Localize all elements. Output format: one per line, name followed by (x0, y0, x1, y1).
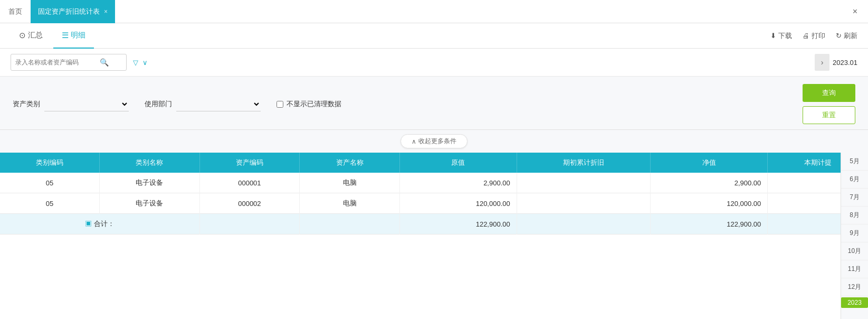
year-badge: 2023 (841, 297, 868, 308)
top-nav: 首页 固定资产折旧统计表 × × (0, 0, 868, 23)
asset-category-filter: 资产类别 (13, 97, 129, 111)
summary-icon: ⊙ (19, 31, 26, 40)
total-empty-2 (300, 214, 400, 234)
detail-icon: ☰ (62, 31, 69, 40)
total-accum-depreciation (517, 214, 651, 234)
collapse-label: 收起更多条件 (418, 137, 456, 146)
col-original-value: 原值 (399, 153, 517, 173)
col-category-name: 类别名称 (99, 153, 199, 173)
tab-detail[interactable]: ☰ 明细 (53, 23, 94, 49)
total-label-cell: ▣ 合计： (0, 214, 199, 234)
right-arrow-button[interactable]: › (815, 54, 829, 71)
total-label: 合计： (94, 220, 115, 228)
table-row: 05 电子设备 000001 电脑 2,900.00 2,900.00 (0, 173, 868, 193)
chevron-down-icon: ∨ (142, 59, 148, 67)
asset-category-select[interactable] (44, 97, 129, 111)
collapse-button[interactable]: ∧ 收起更多条件 (400, 134, 468, 148)
date-badge: 2023.01 (833, 59, 857, 67)
table-wrap: 类别编码 类别名称 资产编码 资产名称 原值 期初累计折旧 净值 本期计提 05 (0, 153, 868, 319)
col-accum-depreciation: 期初累计折旧 (517, 153, 651, 173)
month-7[interactable]: 7月 (841, 189, 868, 207)
use-department-filter: 使用部门 (145, 97, 261, 111)
cell-accum-depreciation (517, 173, 651, 193)
total-empty-1 (199, 214, 300, 234)
col-asset-name: 资产名称 (300, 153, 400, 173)
tab-summary[interactable]: ⊙ 汇总 (11, 23, 51, 49)
main-content: ⊙ 汇总 ☰ 明细 ⬇ 下载 🖨 打印 ↻ 刷新 🔍 (0, 23, 868, 319)
col-net-value: 净值 (651, 153, 768, 173)
search-input-wrap: 🔍 (11, 54, 127, 71)
tab-close-icon[interactable]: × (104, 8, 108, 15)
collapse-bar: ∧ 收起更多条件 (0, 130, 868, 153)
collapse-icon: ∧ (412, 138, 416, 145)
col-category-code: 类别编码 (0, 153, 99, 173)
cell-net-value: 2,900.00 (651, 173, 768, 193)
download-label: 下载 (778, 31, 792, 41)
home-nav-item[interactable]: 首页 (8, 7, 31, 16)
month-11[interactable]: 11月 (841, 260, 868, 278)
tab-label: 固定资产折旧统计表 (38, 7, 100, 16)
cell-category-code: 05 (0, 193, 99, 214)
cell-category-name: 电子设备 (99, 173, 199, 193)
tab-summary-label: 汇总 (28, 31, 43, 40)
month-12[interactable]: 12月 (841, 278, 868, 296)
cell-net-value: 120,000.00 (651, 193, 768, 214)
total-net-value: 122,900.00 (651, 214, 768, 234)
search-bar: 🔍 ▽ ∨ › 2023.01 (0, 49, 868, 77)
active-tab[interactable]: 固定资产折旧统计表 × (31, 0, 115, 23)
cell-original-value: 120,000.00 (399, 193, 517, 214)
asset-category-select-wrap (44, 97, 129, 111)
search-input[interactable] (15, 59, 100, 66)
side-panel: 5月 6月 7月 8月 9月 10月 11月 12月 2023 (841, 153, 868, 319)
cell-category-code: 05 (0, 173, 99, 193)
window-close-icon[interactable]: × (842, 7, 868, 16)
month-8[interactable]: 8月 (841, 207, 868, 224)
sub-tabs-bar: ⊙ 汇总 ☰ 明细 ⬇ 下载 🖨 打印 ↻ 刷新 (0, 23, 868, 49)
download-icon: ⬇ (770, 32, 776, 40)
reset-button[interactable]: 重置 (803, 106, 855, 124)
filter-area: 资产类别 使用部门 不显示已清理数据 (0, 77, 868, 130)
month-6[interactable]: 6月 (841, 171, 868, 189)
cell-category-name: 电子设备 (99, 193, 199, 214)
use-department-label: 使用部门 (145, 99, 172, 109)
search-icon[interactable]: 🔍 (100, 58, 109, 67)
refresh-icon: ↻ (836, 32, 842, 40)
filter-btn-group: 查询 重置 (803, 84, 855, 124)
print-button[interactable]: 🖨 打印 (803, 31, 825, 41)
filter-row: 资产类别 使用部门 不显示已清理数据 (13, 84, 855, 124)
more-conditions-button[interactable]: ▽ ∨ (133, 59, 148, 67)
cell-asset-name: 电脑 (300, 193, 400, 214)
use-department-select[interactable] (176, 97, 261, 111)
filter-icon: ▽ (133, 59, 138, 67)
use-department-select-wrap (176, 97, 261, 111)
query-button[interactable]: 查询 (803, 84, 855, 102)
table-header: 类别编码 类别名称 资产编码 资产名称 原值 期初累计折旧 净值 本期计提 (0, 153, 868, 173)
total-icon: ▣ (85, 220, 92, 228)
hide-cleared-label: 不显示已清理数据 (287, 99, 341, 109)
asset-category-label: 资产类别 (13, 99, 40, 109)
refresh-button[interactable]: ↻ 刷新 (836, 31, 857, 41)
cell-asset-code: 000002 (199, 193, 300, 214)
hide-cleared-checkbox[interactable] (276, 101, 283, 108)
col-asset-code: 资产编码 (199, 153, 300, 173)
download-button[interactable]: ⬇ 下载 (770, 31, 792, 41)
month-9[interactable]: 9月 (841, 224, 868, 242)
cell-asset-name: 电脑 (300, 173, 400, 193)
cell-accum-depreciation (517, 193, 651, 214)
refresh-label: 刷新 (844, 31, 857, 41)
page-wrapper: 类别编码 类别名称 资产编码 资产名称 原值 期初累计折旧 净值 本期计提 05 (0, 153, 868, 319)
toolbar-right: ⬇ 下载 🖨 打印 ↻ 刷新 (770, 31, 857, 41)
total-original-value: 122,900.00 (399, 214, 517, 234)
month-5[interactable]: 5月 (841, 153, 868, 171)
table-body: 05 电子设备 000001 电脑 2,900.00 2,900.00 05 电… (0, 173, 868, 234)
cell-asset-code: 000001 (199, 173, 300, 193)
data-table: 类别编码 类别名称 资产编码 资产名称 原值 期初累计折旧 净值 本期计提 05 (0, 153, 868, 234)
month-10[interactable]: 10月 (841, 242, 868, 260)
print-icon: 🖨 (803, 32, 809, 40)
print-label: 打印 (812, 31, 825, 41)
cell-original-value: 2,900.00 (399, 173, 517, 193)
hide-cleared-item: 不显示已清理数据 (276, 99, 341, 109)
table-row: 05 电子设备 000002 电脑 120,000.00 120,000.00 (0, 193, 868, 214)
table-total-row: ▣ 合计： 122,900.00 122,900.00 (0, 214, 868, 234)
tab-detail-label: 明细 (71, 31, 85, 40)
